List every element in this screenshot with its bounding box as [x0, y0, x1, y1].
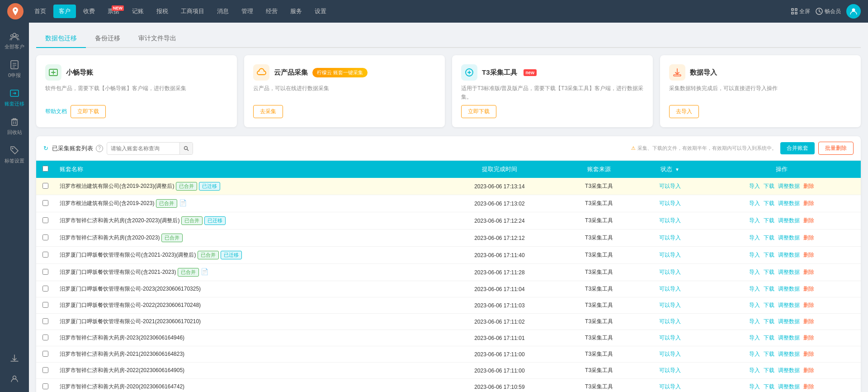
row-delete-link[interactable]: 删除: [803, 234, 814, 241]
row-import-link[interactable]: 导入: [749, 302, 760, 308]
col-time[interactable]: 提取完成时间: [439, 161, 560, 178]
nav-client[interactable]: 客户: [53, 5, 76, 18]
row-delete-link[interactable]: 删除: [803, 200, 814, 206]
nav-management[interactable]: 管理: [236, 5, 259, 18]
row-checkbox[interactable]: [42, 252, 48, 258]
row-delete-link[interactable]: 删除: [803, 269, 814, 275]
row-download-link[interactable]: 下载: [764, 367, 774, 373]
row-checkbox[interactable]: [42, 200, 48, 206]
row-delete-link[interactable]: 删除: [803, 383, 814, 390]
nav-settings[interactable]: 设置: [309, 5, 332, 18]
row-download-link[interactable]: 下载: [764, 335, 774, 341]
row-checkbox[interactable]: [42, 302, 48, 308]
sidebar-item-zero-report[interactable]: 0申报: [0, 55, 29, 83]
row-adjust-link[interactable]: 调整数据: [778, 183, 800, 189]
nav-invoice[interactable]: 票据 NEW: [102, 5, 125, 18]
row-import-link[interactable]: 导入: [749, 252, 760, 258]
row-delete-link[interactable]: 删除: [803, 217, 814, 224]
row-download-link[interactable]: 下载: [764, 318, 774, 325]
row-delete-link[interactable]: 删除: [803, 367, 814, 373]
row-import-link[interactable]: 导入: [749, 335, 760, 341]
row-download-link[interactable]: 下载: [764, 200, 774, 206]
row-adjust-link[interactable]: 调整数据: [778, 234, 800, 241]
row-delete-link[interactable]: 删除: [803, 252, 814, 258]
row-adjust-link[interactable]: 调整数据: [778, 318, 800, 325]
row-download-link[interactable]: 下载: [764, 217, 774, 224]
row-download-link[interactable]: 下载: [764, 269, 774, 275]
import-btn-4[interactable]: 去导入: [669, 105, 699, 118]
batch-delete-btn[interactable]: 批量删除: [818, 142, 854, 155]
row-delete-link[interactable]: 删除: [803, 183, 814, 189]
row-download-link[interactable]: 下载: [764, 351, 774, 357]
search-button[interactable]: [179, 143, 193, 154]
collect-btn[interactable]: 去采集: [253, 105, 283, 118]
merge-accounts-btn[interactable]: 合并账套: [780, 142, 815, 154]
col-status[interactable]: 状态 ▼: [638, 161, 703, 178]
row-download-link[interactable]: 下载: [764, 286, 774, 292]
help-doc-link[interactable]: 帮助文档: [45, 108, 67, 115]
member-btn[interactable]: 畅会员: [816, 8, 841, 15]
row-import-link[interactable]: 导入: [749, 200, 760, 206]
row-import-link[interactable]: 导入: [749, 217, 760, 224]
row-adjust-link[interactable]: 调整数据: [778, 286, 800, 292]
row-import-link[interactable]: 导入: [749, 183, 760, 189]
row-checkbox[interactable]: [42, 383, 48, 389]
row-adjust-link[interactable]: 调整数据: [778, 252, 800, 258]
row-checkbox[interactable]: [42, 217, 48, 223]
row-import-link[interactable]: 导入: [749, 286, 760, 292]
download-btn-3[interactable]: 立即下载: [461, 105, 496, 118]
row-adjust-link[interactable]: 调整数据: [778, 367, 800, 373]
download-btn-1[interactable]: 立即下载: [71, 105, 106, 118]
row-checkbox[interactable]: [42, 269, 48, 275]
row-adjust-link[interactable]: 调整数据: [778, 200, 800, 206]
row-download-link[interactable]: 下载: [764, 252, 774, 258]
tab-backup-migration[interactable]: 备份迁移: [86, 30, 129, 48]
row-import-link[interactable]: 导入: [749, 234, 760, 241]
row-checkbox[interactable]: [42, 286, 48, 292]
user-avatar[interactable]: [846, 4, 861, 19]
row-checkbox[interactable]: [42, 318, 48, 324]
row-download-link[interactable]: 下载: [764, 183, 774, 189]
row-download-link[interactable]: 下载: [764, 383, 774, 390]
row-import-link[interactable]: 导入: [749, 383, 760, 390]
row-checkbox[interactable]: [42, 367, 48, 373]
nav-operation[interactable]: 经营: [260, 5, 283, 18]
row-checkbox[interactable]: [42, 335, 48, 340]
nav-service[interactable]: 服务: [285, 5, 307, 18]
sidebar-item-tag-settings[interactable]: 标签设置: [0, 140, 29, 169]
row-checkbox[interactable]: [42, 183, 48, 189]
row-import-link[interactable]: 导入: [749, 351, 760, 357]
nav-fee[interactable]: 收费: [78, 5, 100, 18]
row-adjust-link[interactable]: 调整数据: [778, 217, 800, 224]
row-adjust-link[interactable]: 调整数据: [778, 302, 800, 308]
help-icon[interactable]: ?: [96, 145, 103, 152]
row-import-link[interactable]: 导入: [749, 367, 760, 373]
nav-bookkeeping[interactable]: 记账: [127, 5, 149, 18]
row-delete-link[interactable]: 删除: [803, 302, 814, 308]
row-adjust-link[interactable]: 调整数据: [778, 383, 800, 390]
row-download-link[interactable]: 下载: [764, 234, 774, 241]
tab-audit-export[interactable]: 审计文件导出: [129, 30, 185, 48]
row-delete-link[interactable]: 删除: [803, 286, 814, 292]
fullscreen-btn[interactable]: 全屏: [791, 8, 810, 15]
row-delete-link[interactable]: 删除: [803, 335, 814, 341]
sidebar-item-user-settings[interactable]: [0, 368, 29, 388]
tab-data-migration[interactable]: 数据包迁移: [36, 30, 86, 48]
refresh-icon[interactable]: ↻: [43, 145, 48, 152]
row-delete-link[interactable]: 删除: [803, 318, 814, 325]
nav-home[interactable]: 首页: [29, 5, 52, 18]
nav-business[interactable]: 工商项目: [175, 5, 210, 18]
row-import-link[interactable]: 导入: [749, 318, 760, 325]
sidebar-item-download[interactable]: [0, 349, 29, 368]
row-delete-link[interactable]: 删除: [803, 351, 814, 357]
row-adjust-link[interactable]: 调整数据: [778, 335, 800, 341]
row-adjust-link[interactable]: 调整数据: [778, 269, 800, 275]
nav-message[interactable]: 消息: [212, 5, 234, 18]
nav-tax[interactable]: 报税: [151, 5, 174, 18]
row-download-link[interactable]: 下载: [764, 302, 774, 308]
sidebar-item-recycle[interactable]: 回收站: [0, 112, 29, 140]
row-adjust-link[interactable]: 调整数据: [778, 351, 800, 357]
row-import-link[interactable]: 导入: [749, 269, 760, 275]
row-checkbox[interactable]: [42, 234, 48, 240]
select-all-checkbox[interactable]: [42, 166, 48, 172]
